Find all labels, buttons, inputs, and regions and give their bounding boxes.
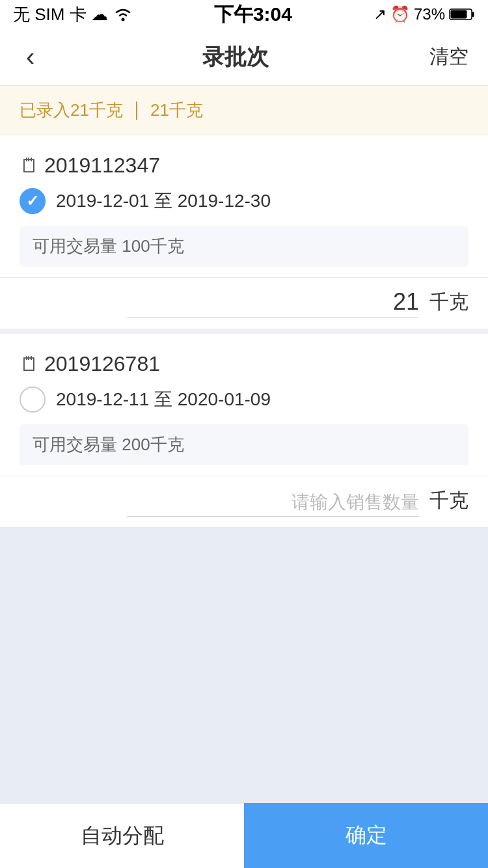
batch1-qty-input[interactable]	[127, 288, 419, 316]
batch1-radio[interactable]	[20, 188, 46, 214]
batch1-number: 2019112347	[44, 154, 160, 178]
batch1-avail-text: 可用交易量 100千克	[33, 236, 184, 256]
batch1-date: 2019-12-01 至 2019-12-30	[56, 189, 271, 213]
batch2-date: 2019-12-11 至 2020-01-09	[56, 387, 271, 412]
doc-icon-1: 🗒	[20, 155, 39, 177]
alarm-icon: ⏰	[390, 5, 410, 23]
batch1-qty-underline	[127, 288, 419, 316]
batch2-avail-text: 可用交易量 200千克	[33, 435, 184, 454]
summary-divider	[136, 102, 137, 120]
gray-area	[0, 527, 488, 839]
batch2-date-row[interactable]: 2019-12-11 至 2020-01-09	[0, 383, 488, 419]
summary-bar: 已录入21千克 21千克	[0, 86, 488, 135]
confirm-button[interactable]: 确定	[244, 803, 488, 868]
batch1-qty-unit: 千克	[429, 289, 468, 316]
clear-button[interactable]: 清空	[429, 44, 468, 70]
battery-icon	[449, 8, 475, 21]
batch-item-2: 🗒 2019126781 2019-12-11 至 2020-01-09 可用交…	[0, 334, 488, 527]
status-bar: 无 SIM 卡 ☁ 下午3:04 ↗ ⏰ 73%	[0, 0, 488, 29]
wifi-icon	[113, 7, 133, 21]
batch-separator	[0, 329, 488, 334]
svg-rect-2	[472, 12, 474, 17]
svg-rect-3	[451, 10, 467, 19]
batch2-number: 2019126781	[44, 352, 160, 376]
summary-value: 21千克	[150, 99, 203, 122]
location-icon: ↗	[373, 5, 386, 23]
batch2-header: 🗒 2019126781	[0, 334, 488, 383]
status-right: ↗ ⏰ 73%	[373, 5, 475, 23]
batch2-avail: 可用交易量 200千克	[20, 424, 468, 465]
status-time: 下午3:04	[214, 1, 292, 28]
doc-icon-2: 🗒	[20, 353, 39, 375]
batch2-radio[interactable]	[20, 387, 46, 413]
auto-distribute-button[interactable]: 自动分配	[0, 803, 244, 868]
page-title: 录批次	[202, 42, 269, 72]
battery-text: 73%	[414, 5, 445, 23]
batch2-qty-unit: 千克	[429, 487, 468, 514]
batch2-qty-input[interactable]	[127, 487, 419, 514]
bottom-buttons: 自动分配 确定	[0, 803, 488, 868]
nav-bar: ‹ 录批次 清空	[0, 29, 488, 86]
no-sim-text: 无 SIM 卡 ☁	[13, 3, 108, 26]
batch1-date-row[interactable]: 2019-12-01 至 2019-12-30	[0, 184, 488, 221]
batch1-qty-row: 千克	[0, 277, 488, 329]
batch1-header: 🗒 2019112347	[0, 135, 488, 184]
batch2-qty-row: 千克	[0, 476, 488, 527]
summary-label: 已录入21千克	[20, 99, 123, 122]
batch1-avail: 可用交易量 100千克	[20, 226, 468, 267]
svg-point-0	[121, 18, 124, 21]
batch2-qty-underline	[127, 487, 419, 514]
status-left: 无 SIM 卡 ☁	[13, 3, 133, 26]
batch-item-1: 🗒 2019112347 2019-12-01 至 2019-12-30 可用交…	[0, 135, 488, 329]
back-button[interactable]: ‹	[20, 36, 41, 78]
